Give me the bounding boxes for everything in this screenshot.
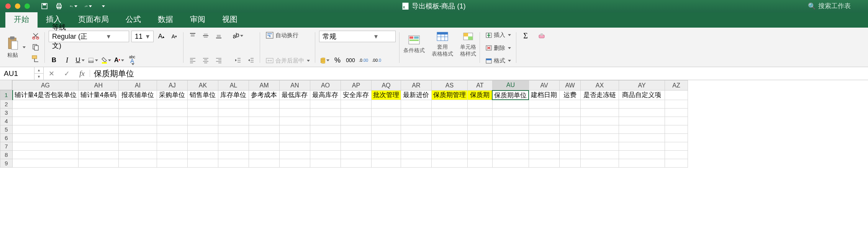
cell-AU7[interactable] — [492, 142, 529, 150]
maximize-window-button[interactable] — [25, 3, 30, 9]
cell-AI5[interactable] — [118, 125, 157, 133]
print-icon[interactable] — [55, 2, 63, 10]
col-header-AJ[interactable]: AJ — [157, 81, 187, 91]
cell-AM7[interactable] — [249, 142, 279, 150]
cell-AW4[interactable] — [559, 117, 580, 125]
copy-button[interactable] — [30, 42, 41, 52]
cell-AZ7[interactable] — [665, 142, 688, 150]
cell-AK7[interactable] — [187, 142, 218, 150]
decrease-decimal-button[interactable]: .00.0 — [371, 55, 382, 65]
col-header-AK[interactable]: AK — [187, 81, 218, 91]
cell-AV7[interactable] — [529, 142, 559, 150]
cell-AQ7[interactable] — [371, 142, 401, 150]
cell-AJ1[interactable]: 采购单位 — [157, 91, 187, 100]
cell-AV6[interactable] — [529, 133, 559, 142]
cell-AR6[interactable] — [401, 133, 431, 142]
select-all-corner[interactable] — [0, 80, 12, 90]
clear-button[interactable] — [536, 31, 547, 41]
cell-AW9[interactable] — [559, 159, 580, 167]
cell-AW2[interactable] — [559, 100, 580, 108]
cell-AN6[interactable] — [279, 133, 310, 142]
comma-button[interactable]: 000 — [345, 55, 356, 65]
cell-AX5[interactable] — [580, 125, 619, 133]
cell-AT8[interactable] — [467, 150, 492, 159]
cell-AP2[interactable] — [341, 100, 371, 108]
cell-AU6[interactable] — [492, 133, 529, 142]
delete-cells-button[interactable]: 删除 — [484, 44, 513, 53]
cell-AH2[interactable] — [78, 100, 118, 108]
cell-AW7[interactable] — [559, 142, 580, 150]
row-header-1[interactable]: 1 — [0, 91, 13, 100]
cell-AT6[interactable] — [467, 133, 492, 142]
cell-AP6[interactable] — [341, 133, 371, 142]
cell-AY9[interactable] — [619, 159, 665, 167]
cell-AI1[interactable]: 报表辅单位 — [118, 91, 157, 100]
col-header-AX[interactable]: AX — [580, 81, 619, 91]
fx-button[interactable]: fx — [74, 67, 90, 80]
cell-AY5[interactable] — [619, 125, 665, 133]
cell-AR5[interactable] — [401, 125, 431, 133]
cell-AH4[interactable] — [78, 117, 118, 125]
col-header-AW[interactable]: AW — [559, 81, 580, 91]
cell-AO3[interactable] — [310, 108, 341, 117]
cell-AN5[interactable] — [279, 125, 310, 133]
font-color-button[interactable]: A — [114, 55, 124, 65]
cut-button[interactable] — [30, 31, 41, 41]
cell-AG1[interactable]: 辅计量4是否包装单位 — [13, 91, 79, 100]
cell-AX1[interactable]: 是否走冻链 — [580, 91, 619, 100]
cell-AO2[interactable] — [310, 100, 341, 108]
cell-AH5[interactable] — [78, 125, 118, 133]
cell-AV4[interactable] — [529, 117, 559, 125]
cell-AK3[interactable] — [187, 108, 218, 117]
cell-AP3[interactable] — [341, 108, 371, 117]
row-header-3[interactable]: 3 — [0, 108, 13, 117]
cell-AS5[interactable] — [431, 125, 467, 133]
cell-AM1[interactable]: 参考成本 — [249, 91, 279, 100]
cell-AM9[interactable] — [249, 159, 279, 167]
format-cells-button[interactable]: 格式 — [484, 56, 513, 65]
cell-AK6[interactable] — [187, 133, 218, 142]
wrap-text-button[interactable]: 自动换行 — [264, 31, 311, 40]
cell-AQ3[interactable] — [371, 108, 401, 117]
cell-AS2[interactable] — [431, 100, 467, 108]
cell-AW6[interactable] — [559, 133, 580, 142]
tab-review[interactable]: 审阅 — [182, 11, 214, 28]
cell-AK5[interactable] — [187, 125, 218, 133]
cell-AG8[interactable] — [13, 150, 79, 159]
cell-AM3[interactable] — [249, 108, 279, 117]
cell-AU2[interactable] — [492, 100, 529, 108]
col-header-AN[interactable]: AN — [279, 81, 310, 91]
enter-formula-button[interactable]: ✓ — [59, 67, 74, 80]
cell-AX4[interactable] — [580, 117, 619, 125]
col-header-AI[interactable]: AI — [118, 81, 157, 91]
cell-AG6[interactable] — [13, 133, 79, 142]
cell-AV3[interactable] — [529, 108, 559, 117]
align-bottom-button[interactable] — [213, 31, 224, 41]
cell-AU5[interactable] — [492, 125, 529, 133]
align-top-button[interactable] — [187, 31, 198, 41]
cancel-formula-button[interactable]: ✕ — [44, 67, 59, 80]
cell-AK9[interactable] — [187, 159, 218, 167]
col-header-AQ[interactable]: AQ — [371, 81, 401, 91]
cell-AT2[interactable] — [467, 100, 492, 108]
cell-AG9[interactable] — [13, 159, 79, 167]
col-header-AR[interactable]: AR — [401, 81, 431, 91]
cell-AI4[interactable] — [118, 117, 157, 125]
search-input[interactable] — [818, 2, 864, 10]
cell-AW8[interactable] — [559, 150, 580, 159]
col-header-AP[interactable]: AP — [341, 81, 371, 91]
cell-AK8[interactable] — [187, 150, 218, 159]
cell-AO7[interactable] — [310, 142, 341, 150]
decrease-font-button[interactable]: A▾ — [169, 31, 180, 41]
tab-view[interactable]: 视图 — [214, 11, 246, 28]
cell-AW1[interactable]: 运费 — [559, 91, 580, 100]
bold-button[interactable]: B — [49, 55, 59, 65]
cell-AU9[interactable] — [492, 159, 529, 167]
orientation-button[interactable]: ab — [233, 31, 243, 41]
cell-AR4[interactable] — [401, 117, 431, 125]
cell-AX6[interactable] — [580, 133, 619, 142]
cell-AY1[interactable]: 商品自定义项 — [619, 91, 665, 100]
cell-AT1[interactable]: 保质期 — [467, 91, 492, 100]
cell-AH1[interactable]: 辅计量4条码 — [78, 91, 118, 100]
name-box[interactable]: AU1 — [0, 67, 34, 80]
